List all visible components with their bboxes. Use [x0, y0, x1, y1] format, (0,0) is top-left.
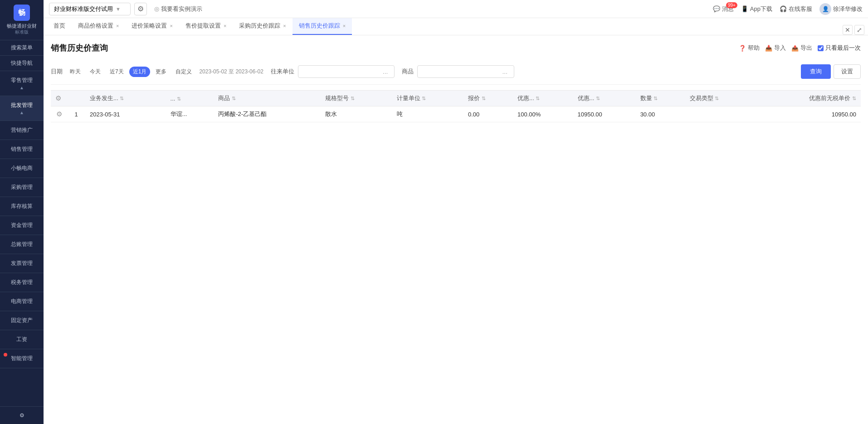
row-pretax-price: 10950.00 — [756, 106, 861, 122]
sidebar-item-accounting[interactable]: 总账管理 — [0, 235, 44, 254]
settings-button[interactable]: 设置 — [834, 64, 861, 79]
product-input[interactable] — [421, 68, 497, 75]
col-header-more[interactable]: ... ⇅ — [166, 91, 214, 106]
online-service-button[interactable]: 🎧 在线客服 — [780, 5, 812, 13]
only-last-input[interactable] — [818, 45, 824, 51]
col-label: 优惠... — [578, 95, 595, 101]
col-label: 规格型号 — [325, 95, 349, 101]
user-menu[interactable]: 👤 徐泽华修改 — [819, 3, 863, 15]
sidebar-settings[interactable]: ⚙ — [0, 406, 44, 424]
source-input-wrap[interactable]: ... — [298, 65, 395, 78]
logo-text: 畅捷通好业财 — [7, 23, 37, 29]
date-yesterday-btn[interactable]: 昨天 — [66, 67, 84, 77]
sidebar-item-marketing[interactable]: 营销推广 — [0, 121, 44, 140]
sidebar-item-ecommerce[interactable]: 电商管理 — [0, 292, 44, 311]
col-header-discount2[interactable]: 优惠... ⇅ — [573, 91, 636, 106]
export-link[interactable]: 📤 导出 — [791, 44, 812, 52]
col-header-spec[interactable]: 规格型号 ⇅ — [321, 91, 392, 106]
sidebar-item-label: 小畅电商 — [11, 164, 33, 172]
sidebar-item-label: 工资 — [16, 336, 27, 343]
sort-icon[interactable]: ⇅ — [232, 96, 236, 101]
tab-sales-history[interactable]: 销售历史价跟踪 × — [293, 18, 352, 35]
date-more-btn[interactable]: 更多 — [152, 67, 170, 77]
col-header-biz-date[interactable]: 业务发生... ⇅ — [85, 91, 166, 106]
col-header-product[interactable]: 商品 ⇅ — [214, 91, 321, 106]
help-link[interactable]: ❓ 帮助 — [739, 44, 760, 52]
tab-purchase-strategy[interactable]: 进价策略设置 × — [125, 18, 179, 35]
tab-price-extract[interactable]: 售价提取设置 × — [179, 18, 233, 35]
demo-label: 我要看实例演示 — [161, 5, 202, 13]
tab-purchase-history[interactable]: 采购历史价跟踪 × — [233, 18, 292, 35]
row-gear[interactable]: ⚙ — [51, 106, 67, 122]
row-trans-type — [685, 106, 756, 122]
query-button[interactable]: 查询 — [801, 64, 831, 79]
date-7days-btn[interactable]: 近7天 — [106, 67, 127, 77]
sort-icon[interactable]: ⇅ — [422, 96, 426, 101]
import-link[interactable]: 📥 导入 — [765, 44, 786, 52]
close-icon[interactable]: × — [116, 23, 119, 29]
sidebar-item-label: 营销推广 — [11, 126, 33, 134]
sidebar-quick-nav[interactable]: 快捷导航 — [0, 56, 44, 71]
date-1month-btn[interactable]: 近1月 — [129, 67, 151, 77]
sort-icon[interactable]: ⇅ — [351, 96, 355, 101]
product-dots-button[interactable]: ... — [499, 67, 510, 76]
sidebar-item-payroll[interactable]: 工资 — [0, 330, 44, 349]
sidebar-item-sales[interactable]: 销售管理 — [0, 140, 44, 159]
close-icon[interactable]: × — [224, 23, 226, 29]
gear-icon[interactable]: ⚙ — [55, 94, 61, 102]
row-gear-icon[interactable]: ⚙ — [56, 110, 62, 118]
sidebar-item-fixed-assets[interactable]: 固定资产 — [0, 311, 44, 330]
col-header-quantity[interactable]: 数量 ⇅ — [636, 91, 685, 106]
app-download-button[interactable]: 📱 App下载 — [741, 5, 772, 13]
sidebar-item-label: 库存核算 — [11, 202, 33, 210]
sort-icon[interactable]: ⇅ — [715, 96, 719, 101]
date-custom-btn[interactable]: 自定义 — [172, 67, 195, 77]
col-header-discount1[interactable]: 优惠... ⇅ — [513, 91, 573, 106]
row-seq: 1 — [67, 106, 85, 122]
sidebar-item-wholesale[interactable]: 批发管理 ▲ — [0, 96, 44, 121]
sidebar-item-finance[interactable]: 资金管理 — [0, 216, 44, 235]
plan-selector[interactable]: 好业财标准版交付试用 ▼ — [49, 3, 131, 15]
product-input-wrap[interactable]: ... — [417, 65, 514, 78]
sidebar-item-retail[interactable]: 零售管理 ▲ — [0, 71, 44, 96]
sidebar-item-smart[interactable]: 智能管理 — [0, 349, 44, 368]
date-today-btn[interactable]: 今天 — [86, 67, 104, 77]
close-icon[interactable]: × — [283, 23, 286, 29]
sort-icon[interactable]: ⇅ — [177, 96, 181, 101]
tab-product-price[interactable]: 商品价格设置 × — [72, 18, 125, 35]
source-input[interactable] — [302, 68, 378, 75]
message-button[interactable]: 💬 消息 99+ — [713, 5, 734, 13]
close-icon[interactable]: × — [343, 23, 346, 29]
sidebar-item-invoice[interactable]: 发票管理 — [0, 254, 44, 273]
only-last-checkbox[interactable]: 只看最后一次 — [818, 44, 861, 52]
col-header-gear[interactable]: ⚙ — [51, 91, 67, 106]
sidebar-item-tax[interactable]: 税务管理 — [0, 273, 44, 292]
col-header-unit[interactable]: 计量单位 ⇅ — [392, 91, 463, 106]
col-header-price[interactable]: 报价 ⇅ — [463, 91, 513, 106]
sidebar-item-label: 采购管理 — [11, 183, 33, 191]
sidebar-search[interactable]: 搜索菜单 — [0, 40, 44, 56]
sidebar-item-ecommerce-small[interactable]: 小畅电商 — [0, 159, 44, 178]
sort-icon[interactable]: ⇅ — [536, 96, 540, 101]
source-dots-button[interactable]: ... — [380, 67, 391, 76]
tab-home[interactable]: 首页 — [47, 18, 72, 35]
sidebar-item-label: 电商管理 — [11, 298, 33, 305]
expand-window-button[interactable]: ⤢ — [854, 25, 864, 35]
sort-icon[interactable]: ⇅ — [482, 96, 486, 101]
col-header-pretax-price[interactable]: 优惠前无税单价 ⇅ — [756, 91, 861, 106]
sort-icon[interactable]: ⇅ — [596, 96, 600, 101]
demo-button[interactable]: ◎ 我要看实例演示 — [151, 3, 206, 15]
close-icon[interactable]: × — [170, 23, 172, 29]
col-header-trans-type[interactable]: 交易类型 ⇅ — [685, 91, 756, 106]
plan-label: 好业财标准版交付试用 — [54, 5, 113, 13]
sidebar-item-inventory[interactable]: 库存核算 — [0, 197, 44, 216]
sort-icon[interactable]: ⇅ — [120, 96, 124, 101]
sidebar-item-purchase[interactable]: 采购管理 — [0, 178, 44, 197]
sort-icon[interactable]: ⇅ — [653, 96, 658, 101]
close-window-button[interactable]: ✕ — [843, 25, 853, 35]
sort-icon[interactable]: ⇅ — [852, 96, 856, 101]
source-filter-label: 往来单位 — [271, 67, 294, 76]
logo-icon: 畅 — [14, 5, 30, 21]
settings-button[interactable]: ⚙ — [134, 3, 147, 15]
col-label: 优惠... — [517, 95, 534, 101]
